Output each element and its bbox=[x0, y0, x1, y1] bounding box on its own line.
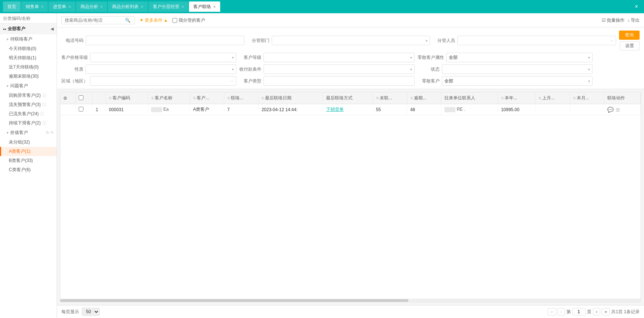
help-icon-3: ⓘ bbox=[40, 111, 44, 117]
customer-type-input[interactable] bbox=[264, 76, 414, 86]
col-name[interactable]: ⇅客户名称 bbox=[148, 92, 190, 104]
sidebar-item-ungrouped[interactable]: 未分组(32) bbox=[0, 138, 57, 147]
retail-attr-label: 零散客户属性 bbox=[418, 54, 444, 61]
sidebar-all-customers[interactable]: ▪▪ 全部客户 ◀ bbox=[0, 24, 57, 34]
col-unit-contact[interactable]: 往来单位联系人 bbox=[441, 92, 498, 104]
filter-retail-attr-field: 零散客户属性 全部 ▾ bbox=[418, 53, 593, 62]
problem-triangle-icon: ▼ bbox=[6, 84, 9, 88]
my-customers-checkbox[interactable] bbox=[172, 18, 177, 23]
tab-home[interactable]: 首页 bbox=[3, 1, 21, 12]
row-checkbox[interactable] bbox=[79, 107, 83, 112]
tab-product-analysis-list[interactable]: 商品分析列表 × bbox=[108, 1, 147, 12]
close-tab-sales[interactable]: × bbox=[41, 4, 43, 9]
main-layout: 🔍 ▪▪ 全部客户 ◀ ▼ 待联络客户 今天待联络(0) 明天待联络(1) 近7… bbox=[0, 13, 644, 318]
col-code[interactable]: ⇅客户编码 bbox=[106, 92, 148, 104]
export-button[interactable]: ↓ 导出 bbox=[627, 17, 640, 24]
retail-customer-select[interactable]: 全部 ▾ bbox=[442, 76, 593, 86]
sidebar-collapse-icon: ▪▪ bbox=[3, 26, 6, 32]
tab-sales-order[interactable]: 销售单 × bbox=[21, 1, 48, 12]
person-select[interactable]: ··· bbox=[457, 36, 616, 45]
value-triangle-icon: ▼ bbox=[6, 131, 9, 135]
tab-customer-contact[interactable]: 客户联络 × bbox=[189, 1, 220, 12]
more-conditions-btn[interactable]: ▼ 更多条件 ▲ bbox=[139, 17, 168, 24]
query-button[interactable]: 查询 bbox=[619, 31, 640, 40]
price-level-select[interactable]: ▾ bbox=[90, 53, 236, 62]
row-action-cell: 💬 ⊞ bbox=[604, 104, 640, 115]
row-last-month-cell bbox=[536, 104, 570, 115]
close-tab-product-analysis[interactable]: × bbox=[100, 4, 103, 9]
next-page-btn[interactable]: › bbox=[593, 308, 600, 315]
sidebar-item-overdue[interactable]: 逾期未联络(30) bbox=[0, 72, 57, 81]
nature-select[interactable]: ▾ bbox=[86, 64, 236, 74]
col-last-contact-method[interactable]: 最后联络方式 bbox=[323, 92, 373, 104]
filter-search-input[interactable] bbox=[65, 18, 124, 23]
settings-button[interactable]: 设置 bbox=[620, 41, 640, 50]
qr-icon[interactable]: ⊞ bbox=[616, 107, 620, 113]
sidebar-group-pending[interactable]: ▼ 待联络客户 bbox=[0, 34, 57, 44]
sidebar-item-repurchase-anomaly[interactable]: 回购异常客户(2) ⓘ bbox=[0, 91, 57, 100]
sidebar-group-value[interactable]: ▼ 价值客户 ↻ ✎ bbox=[0, 128, 57, 138]
retail-customer-label: 零散客户 bbox=[418, 78, 440, 84]
phone-input[interactable] bbox=[86, 36, 244, 45]
col-last-month[interactable]: ⇅上月... bbox=[536, 92, 570, 104]
chat-icon[interactable]: 💬 bbox=[607, 107, 613, 113]
sidebar-item-churned[interactable]: 已流失客户(24) ⓘ bbox=[0, 109, 57, 119]
sidebar-item-c-class[interactable]: C类客户(6) bbox=[0, 165, 57, 174]
payment-select[interactable]: ▾ bbox=[264, 64, 414, 74]
horizontal-scrollbar[interactable] bbox=[60, 299, 641, 302]
sidebar: 🔍 ▪▪ 全部客户 ◀ ▼ 待联络客户 今天待联络(0) 明天待联络(1) 近7… bbox=[0, 13, 57, 318]
sidebar-collapse-btn[interactable]: ◀ bbox=[51, 27, 54, 31]
prev-page-btn[interactable]: ‹ bbox=[558, 308, 565, 315]
sidebar-item-declining[interactable]: 持续下滑客户(2) ⓘ bbox=[0, 119, 57, 128]
tab-product-analysis[interactable]: 商品分析 × bbox=[76, 1, 107, 12]
close-tab-product-list[interactable]: × bbox=[141, 4, 143, 9]
table-header-row: ⚙ ⇅客户编码 ⇅客户名称 ⇅客户... ⇅联络... ⇅最后联络日期 最后联络… bbox=[60, 92, 641, 104]
sidebar-item-today[interactable]: 今天待联络(0) bbox=[0, 44, 57, 53]
retail-attr-select[interactable]: 全部 ▾ bbox=[446, 53, 593, 62]
last-page-btn[interactable]: » bbox=[602, 308, 610, 315]
value-edit-icon[interactable]: ✎ bbox=[50, 130, 54, 135]
close-tab-contact[interactable]: × bbox=[213, 4, 215, 9]
tab-customer-segment[interactable]: 客户分层经营 × bbox=[149, 1, 188, 12]
payment-label: 收付款条件 bbox=[239, 66, 261, 73]
page-size-select[interactable]: 50 bbox=[82, 308, 100, 316]
customer-level-chevron-icon: ▾ bbox=[410, 56, 412, 60]
sidebar-item-churn-warning[interactable]: 流失预警客户(3) ⓘ bbox=[0, 100, 57, 109]
sidebar-item-7days[interactable]: 近7天待联络(0) bbox=[0, 63, 57, 72]
page-number-input[interactable] bbox=[572, 308, 586, 315]
region-select[interactable]: ··· bbox=[90, 76, 236, 86]
sidebar-item-b-class[interactable]: B类客户(33) bbox=[0, 156, 57, 165]
filter-search-box: 🔍 bbox=[61, 16, 135, 24]
nav-close-button[interactable]: × bbox=[632, 3, 641, 10]
sidebar-item-tomorrow[interactable]: 明天待联络(1) bbox=[0, 53, 57, 63]
customer-level-select[interactable]: ▾ bbox=[264, 53, 414, 62]
region-label: 区域（地区） bbox=[61, 78, 88, 84]
sidebar-item-a-class[interactable]: A类客户(1) bbox=[0, 147, 57, 156]
col-settings[interactable]: ⚙ bbox=[60, 92, 76, 104]
sidebar-group-problem[interactable]: ▼ 问题客户 bbox=[0, 81, 57, 91]
col-type[interactable]: ⇅客户... bbox=[190, 92, 224, 104]
name-placeholder bbox=[151, 107, 162, 112]
row-action-icons: 💬 ⊞ bbox=[607, 107, 637, 113]
select-all-checkbox[interactable] bbox=[79, 95, 83, 100]
sidebar-search-input[interactable] bbox=[3, 16, 57, 21]
dept-select[interactable]: ▾ bbox=[272, 36, 430, 45]
col-no-contact[interactable]: ⇅未联... bbox=[373, 92, 407, 104]
col-last-contact-date[interactable]: ⇅最后联络日期 bbox=[258, 92, 323, 104]
last-contact-method-link[interactable]: 下销货单 bbox=[326, 107, 344, 112]
batch-op-button[interactable]: ☑ 批量操作 bbox=[602, 17, 625, 24]
col-overdue[interactable]: ⇅逾期... bbox=[407, 92, 441, 104]
col-current-year[interactable]: ⇅本年... bbox=[498, 92, 536, 104]
filter-search-icon[interactable]: 🔍 bbox=[125, 18, 130, 23]
close-tab-segment[interactable]: × bbox=[182, 4, 184, 9]
table-scroll-area[interactable]: ⚙ ⇅客户编码 ⇅客户名称 ⇅客户... ⇅联络... ⇅最后联络日期 最后联络… bbox=[60, 92, 641, 299]
col-contact[interactable]: ⇅联络... bbox=[224, 92, 258, 104]
row-overdue-cell: 48 bbox=[407, 104, 441, 115]
col-current-month[interactable]: ⇅本月... bbox=[570, 92, 604, 104]
status-select[interactable]: ▾ bbox=[442, 64, 593, 74]
first-page-btn[interactable]: « bbox=[548, 308, 556, 315]
close-tab-purchase[interactable]: × bbox=[68, 4, 71, 9]
filter-bar: 🔍 ▼ 更多条件 ▲ 我分管的客户 ☑ 批量操作 ↓ 导出 bbox=[57, 13, 644, 28]
value-refresh-icon[interactable]: ↻ bbox=[46, 130, 49, 135]
tab-purchase-order[interactable]: 进货单 × bbox=[49, 1, 75, 12]
